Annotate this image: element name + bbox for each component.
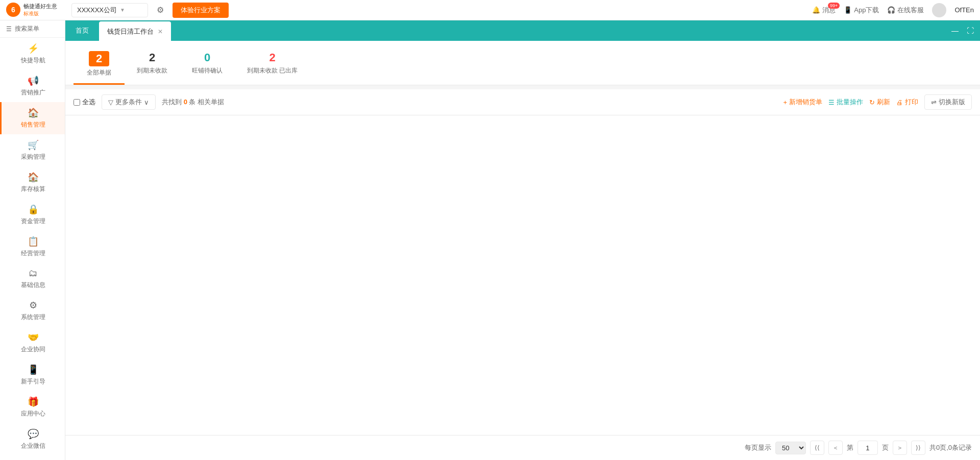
tab-maximize-button[interactable]: ⛶ <box>965 25 976 37</box>
stat-tab-pending[interactable]: 0 旺铺待确认 <box>180 47 235 85</box>
add-sales-order-button[interactable]: + 新增销货单 <box>783 98 822 107</box>
sidebar-item-finance[interactable]: 🔒 资金管理 <box>0 199 65 231</box>
stat-label-pending: 旺铺待确认 <box>192 66 223 75</box>
settings-button[interactable]: ⚙ <box>152 2 168 18</box>
add-btn-label: 新增销货单 <box>789 98 822 107</box>
search-menu-label: 搜索菜单 <box>15 25 39 33</box>
sidebar-label-purchase: 采购管理 <box>21 153 45 161</box>
logo-area: 6 畅捷通好生意 标准版 <box>6 3 71 17</box>
batch-operation-button[interactable]: ☰ 批量操作 <box>828 98 863 107</box>
tab-bar: 首页 钱货日清工作台 ✕ — ⛶ <box>65 20 980 41</box>
per-page-select[interactable]: 10 20 50 100 <box>775 442 806 454</box>
finance-icon: 🔒 <box>28 204 39 215</box>
first-page-button[interactable]: ⟨⟨ <box>810 441 824 455</box>
tab-minimize-button[interactable]: — <box>949 25 961 37</box>
sidebar-item-marketing[interactable]: 📢 营销推广 <box>0 70 65 102</box>
online-service-button[interactable]: 🎧 在线客服 <box>887 6 924 15</box>
sidebar-item-enterprise[interactable]: 🤝 企业协同 <box>0 327 65 359</box>
tab-actions: — ⛶ <box>949 25 980 37</box>
more-filters-label: 更多条件 <box>115 98 142 107</box>
sidebar-label-inventory: 库存核算 <box>21 185 45 193</box>
more-filters-button[interactable]: ▽ 更多条件 ∨ <box>102 94 156 110</box>
select-all-checkbox[interactable]: 全选 <box>74 98 95 107</box>
sidebar-item-wechat[interactable]: 💬 企业微信 <box>0 423 65 455</box>
avatar[interactable] <box>932 3 946 17</box>
stat-tab-overdue[interactable]: 2 到期未收款 <box>125 47 180 85</box>
refresh-icon: ↻ <box>869 99 875 106</box>
stat-num-unshipped: 2 <box>270 51 276 64</box>
select-all-input[interactable] <box>74 99 80 106</box>
stat-tab-all[interactable]: 2 全部单据 <box>74 47 125 85</box>
megaphone-icon: 📢 <box>28 75 39 86</box>
sidebar-item-inventory[interactable]: 🏠 库存核算 <box>0 166 65 199</box>
tab-close-button[interactable]: ✕ <box>158 28 163 35</box>
batch-icon: ☰ <box>828 99 835 106</box>
page-label-before: 第 <box>847 443 853 452</box>
stat-num-all: 2 <box>89 51 109 66</box>
tab-current[interactable]: 钱货日清工作台 ✕ <box>99 21 171 42</box>
wechat-icon: 💬 <box>28 428 39 440</box>
tab-home[interactable]: 首页 <box>65 20 99 41</box>
sidebar-label-newbie: 新手引导 <box>21 377 45 386</box>
basic-info-icon: 🗂 <box>29 268 38 279</box>
app-center-icon: 🎁 <box>28 396 39 407</box>
headset-icon: 🎧 <box>887 6 895 14</box>
sidebar-item-operation[interactable]: 📋 经营管理 <box>0 231 65 263</box>
page-content: 2 全部单据 2 到期未收款 0 旺铺待确认 2 到期未收款 已出库 <box>65 41 980 460</box>
app-download-label: App下载 <box>854 6 879 15</box>
lightning-icon: ⚡ <box>28 43 39 54</box>
shop-icon: 🏠 <box>28 107 39 118</box>
header-right: 🔔 消息 99+ 📱 App下载 🎧 在线客服 OfTEn <box>812 3 974 17</box>
filter-icon: ▽ <box>108 99 113 106</box>
last-page-button[interactable]: ⟩⟩ <box>911 441 925 455</box>
toolbar-right: + 新增销货单 ☰ 批量操作 ↻ 刷新 🖨 打印 <box>783 94 972 110</box>
prev-page-button[interactable]: ＜ <box>828 441 843 455</box>
refresh-button[interactable]: ↻ 刷新 <box>869 98 890 107</box>
page-number-input[interactable] <box>857 441 878 455</box>
message-badge: 99+ <box>828 3 840 9</box>
app-download-button[interactable]: 📱 App下载 <box>844 6 879 15</box>
sidebar-label-basic-info: 基础信息 <box>21 281 45 289</box>
chevron-down-icon: ▼ <box>120 7 125 13</box>
stat-num-pending: 0 <box>204 51 210 64</box>
search-icon: ☰ <box>6 26 12 33</box>
message-button[interactable]: 🔔 消息 99+ <box>812 6 836 15</box>
found-prefix: 共找到 <box>162 98 182 106</box>
pagination: 每页显示 10 20 50 100 ⟨⟨ ＜ 第 页 ＞ ⟩⟩ 共0页,0条记录 <box>65 435 980 460</box>
sidebar-item-basic-info[interactable]: 🗂 基础信息 <box>0 263 65 295</box>
company-name: XXXXXX公司 <box>77 6 117 15</box>
sidebar-item-newbie[interactable]: 📱 新手引导 <box>0 359 65 391</box>
total-info: 共0页,0条记录 <box>929 443 972 452</box>
found-text: 共找到 0 条 相关单据 <box>162 98 224 107</box>
switch-label: 切换新版 <box>939 98 965 107</box>
print-button[interactable]: 🖨 打印 <box>896 98 918 107</box>
toolbar: 全选 ▽ 更多条件 ∨ 共找到 0 条 相关单据 + 新增销货单 <box>65 89 980 115</box>
enterprise-icon: 🤝 <box>28 332 39 343</box>
sidebar-item-purchase[interactable]: 🛒 采购管理 <box>0 134 65 166</box>
print-label: 打印 <box>905 98 918 107</box>
sidebar-item-member[interactable]: V 畅会员 <box>0 455 65 460</box>
trial-button[interactable]: 体验行业方案 <box>173 3 229 18</box>
switch-version-button[interactable]: ⇌ 切换新版 <box>924 94 972 110</box>
found-unit: 条 <box>189 98 195 106</box>
stat-tab-unshipped[interactable]: 2 到期未收款 已出库 <box>235 47 310 85</box>
per-page-label: 每页显示 <box>745 443 771 452</box>
search-menu-button[interactable]: ☰ 搜索菜单 <box>0 20 65 38</box>
select-all-label: 全选 <box>82 98 95 107</box>
company-selector[interactable]: XXXXXX公司 ▼ <box>71 3 148 17</box>
sidebar-item-app-center[interactable]: 🎁 应用中心 <box>0 391 65 423</box>
page-label-after: 页 <box>882 443 889 452</box>
batch-label: 批量操作 <box>837 98 863 107</box>
switch-icon: ⇌ <box>931 99 937 106</box>
sidebar-item-quick-nav[interactable]: ⚡ 快捷导航 <box>0 38 65 70</box>
logo-text-block: 畅捷通好生意 标准版 <box>23 3 57 17</box>
table-area <box>65 115 980 435</box>
next-page-button[interactable]: ＞ <box>893 441 907 455</box>
content-area: 首页 钱货日清工作台 ✕ — ⛶ 2 全部单据 2 到期未收款 <box>65 20 980 460</box>
bell-icon: 🔔 <box>812 6 820 14</box>
sidebar-label-quick-nav: 快捷导航 <box>21 56 45 65</box>
sidebar-item-sales[interactable]: 🏠 销售管理 <box>0 102 65 134</box>
sidebar-item-system[interactable]: ⚙ 系统管理 <box>0 295 65 327</box>
top-header: 6 畅捷通好生意 标准版 XXXXXX公司 ▼ ⚙ 体验行业方案 🔔 消息 99… <box>0 0 980 20</box>
app-name: 畅捷通好生意 <box>23 3 57 10</box>
